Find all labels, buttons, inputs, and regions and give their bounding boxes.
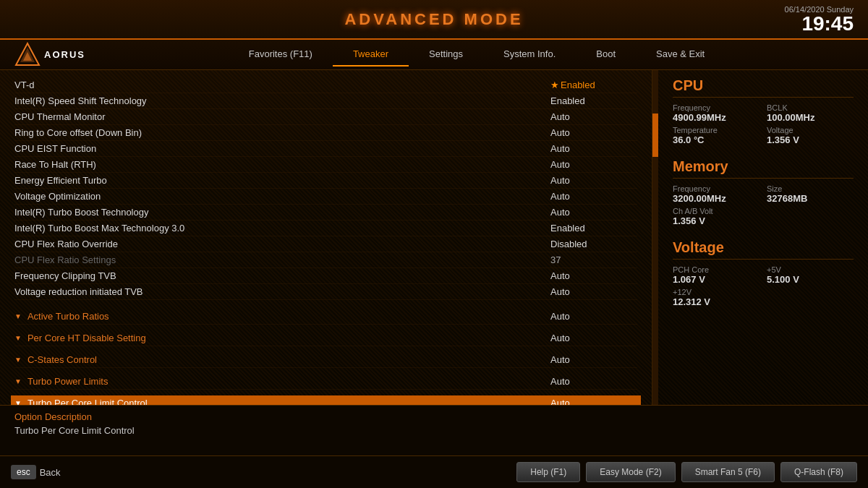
setting-value: Enabled [550,95,637,106]
memory-stats-grid: Frequency 3200.00MHz Size 32768MB Ch A/B… [673,184,854,226]
cpu-frequency-label: Frequency [673,103,760,112]
settings-row[interactable]: VT-d ★Enabled [14,77,637,93]
description-text: Turbo Per Core Limit Control [14,425,854,436]
smart-fan-button[interactable]: Smart Fan 5 (F6) [681,462,775,482]
section-name: Per Core HT Disable Setting [27,333,550,343]
settings-row[interactable]: Intel(R) Turbo Boost Technology Auto [14,205,637,221]
mem-chvolt-value: 1.356 V [673,215,854,226]
setting-name: Intel(R) Turbo Boost Technology [14,207,550,218]
aorus-logo-icon [14,42,41,68]
setting-name: Energy Efficient Turbo [14,175,550,186]
section-active-turbo[interactable]: ▼ Active Turbo Ratios Auto [14,309,637,325]
header: ADVANCED MODE 06/14/2020 Sunday 19:45 [0,0,868,40]
star-icon: ★ [550,80,559,90]
stats-panel: CPU Frequency 4900.99MHz BCLK 100.00MHz … [658,70,868,405]
settings-row[interactable]: Frequency Clipping TVB Auto [14,268,637,284]
section-value: Auto [550,311,637,322]
nav-sysinfo[interactable]: System Info. [483,43,576,67]
setting-value: Auto [550,207,637,218]
voltage-stats-grid: PCH Core 1.067 V +5V 5.100 V +12V 12.312… [673,265,854,307]
settings-row[interactable]: Energy Efficient Turbo Auto [14,173,637,189]
section-c-states[interactable]: ▼ C-States Control Auto [14,352,637,368]
mem-size-value: 32768MB [767,193,854,204]
nav-items: Favorites (F11) Tweaker Settings System … [100,43,854,67]
settings-row: CPU Flex Ratio Settings 37 [14,252,637,268]
footer-buttons: Help (F1) Easy Mode (F2) Smart Fan 5 (F6… [516,462,857,482]
settings-row[interactable]: CPU EIST Function Auto [14,141,637,157]
memory-stats: Memory Frequency 3200.00MHz Size 32768MB… [673,158,854,226]
voltage-stats: Voltage PCH Core 1.067 V +5V 5.100 V +12… [673,239,854,307]
settings-row[interactable]: CPU Thermal Monitor Auto [14,109,637,125]
setting-value: Auto [550,191,637,202]
setting-name: Ring to Core offset (Down Bin) [14,127,550,138]
nav-boot[interactable]: Boot [576,43,636,67]
setting-value: Enabled [550,223,637,234]
qflash-button[interactable]: Q-Flash (F8) [780,462,857,482]
help-button[interactable]: Help (F1) [516,462,580,482]
setting-value: Auto [550,127,637,138]
settings-row[interactable]: Ring to Core offset (Down Bin) Auto [14,125,637,141]
pch-value: 1.067 V [673,274,760,285]
main-content: VT-d ★Enabled Intel(R) Speed Shift Techn… [0,70,868,405]
section-name: C-States Control [27,354,550,365]
setting-name: Voltage Optimization [14,191,550,202]
navbar: AORUS Favorites (F11) Tweaker Settings S… [0,40,868,70]
setting-value: Auto [550,175,637,186]
logo: AORUS [14,42,85,68]
triangle-icon: ▼ [14,312,22,320]
esc-area: esc Back [11,465,61,479]
section-name: Turbo Power Limits [27,376,550,387]
mem-frequency-label: Frequency [673,184,760,193]
pch-label: PCH Core [673,265,760,274]
settings-row[interactable]: Race To Halt (RTH) Auto [14,157,637,173]
setting-value: Auto [550,270,637,281]
nav-save-exit[interactable]: Save & Exit [636,43,725,67]
cpu-frequency-value: 4900.99MHz [673,112,760,123]
datetime: 06/14/2020 Sunday 19:45 [785,5,854,34]
settings-row[interactable]: Voltage Optimization Auto [14,189,637,205]
setting-name: CPU Thermal Monitor [14,111,550,122]
section-turbo-power[interactable]: ▼ Turbo Power Limits Auto [14,374,637,390]
setting-name: VT-d [14,80,550,90]
scroll-thumb[interactable] [652,114,658,157]
settings-row[interactable]: CPU Flex Ratio Override Disabled [14,236,637,252]
setting-name: CPU Flex Ratio Settings [14,254,550,265]
section-value: Auto [550,398,637,405]
mem-size-label: Size [767,184,854,193]
section-value: Auto [550,333,637,343]
esc-key[interactable]: esc [11,465,36,479]
nav-tweaker[interactable]: Tweaker [333,43,409,67]
logo-text: AORUS [44,49,85,60]
setting-value: Auto [550,286,637,297]
voltage-title: Voltage [673,239,854,260]
section-turbo-per-core[interactable]: ▼ Turbo Per Core Limit Control Auto [11,395,641,405]
cpu-voltage-label: Voltage [767,126,854,134]
section-name: Turbo Per Core Limit Control [27,398,550,405]
description-title: Option Description [14,411,854,422]
plus12-label: +12V [673,288,760,296]
setting-value: ★Enabled [550,80,637,90]
nav-favorites[interactable]: Favorites (F11) [229,43,333,67]
setting-value: Auto [550,159,637,170]
setting-value: 37 [550,254,637,265]
scrollbar[interactable] [652,70,658,405]
cpu-stats: CPU Frequency 4900.99MHz BCLK 100.00MHz … [673,77,854,145]
setting-value: Disabled [550,239,637,249]
description-panel: Option Description Turbo Per Core Limit … [0,405,868,455]
settings-panel: VT-d ★Enabled Intel(R) Speed Shift Techn… [0,70,652,405]
section-per-core-ht[interactable]: ▼ Per Core HT Disable Setting Auto [14,330,637,346]
easy-mode-button[interactable]: Easy Mode (F2) [586,462,675,482]
settings-row[interactable]: Intel(R) Speed Shift Technology Enabled [14,93,637,109]
cpu-temp-label: Temperature [673,126,760,134]
nav-settings[interactable]: Settings [409,43,483,67]
setting-value: Auto [550,143,637,154]
time-display: 19:45 [801,12,854,35]
memory-title: Memory [673,158,854,179]
settings-row[interactable]: Voltage reduction initiated TVB Auto [14,284,637,300]
plus5-value: 5.100 V [767,274,854,285]
setting-name: Frequency Clipping TVB [14,270,550,281]
setting-name: Race To Halt (RTH) [14,159,550,170]
cpu-title: CPU [673,77,854,98]
settings-row[interactable]: Intel(R) Turbo Boost Max Technology 3.0 … [14,221,637,236]
back-label: Back [40,467,61,478]
